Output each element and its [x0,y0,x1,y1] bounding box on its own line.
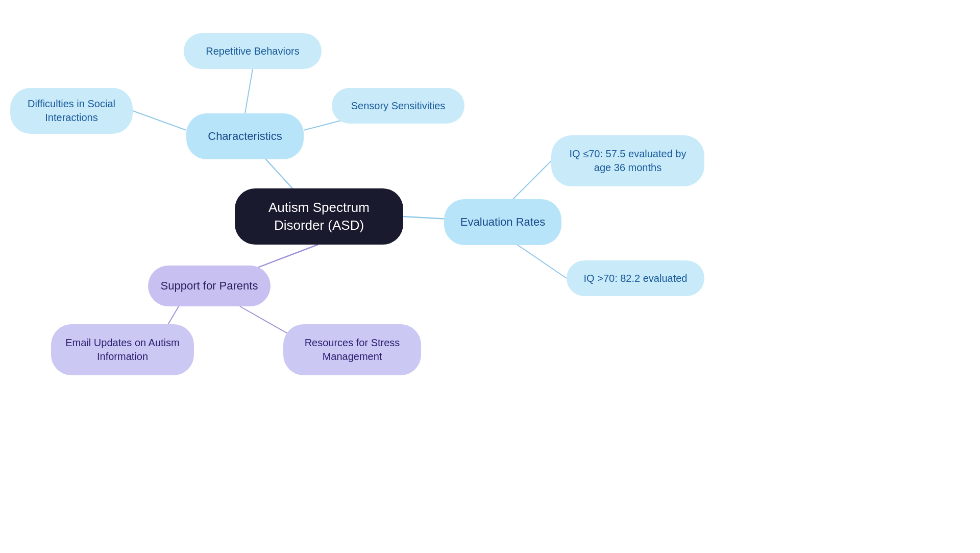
iq-low-node: IQ ≤70: 57.5 evaluated by age 36 months [551,135,704,186]
mindmap-connections [0,0,980,553]
center-node: Autism Spectrum Disorder (ASD) [235,188,403,245]
iq-high-node: IQ >70: 82.2 evaluated [567,260,704,296]
email-updates-node: Email Updates on Autism Information [51,324,194,375]
svg-line-2 [133,111,186,130]
difficulties-node: Difficulties in Social Interactions [10,88,133,134]
svg-line-1 [245,69,253,113]
resources-node: Resources for Stress Management [283,324,421,375]
support-parents-node: Support for Parents [148,266,271,306]
evaluation-rates-node: Evaluation Rates [444,199,561,245]
repetitive-behaviors-node: Repetitive Behaviors [184,33,322,69]
sensory-node: Sensory Sensitivities [332,88,464,124]
characteristics-node: Characteristics [186,113,304,159]
